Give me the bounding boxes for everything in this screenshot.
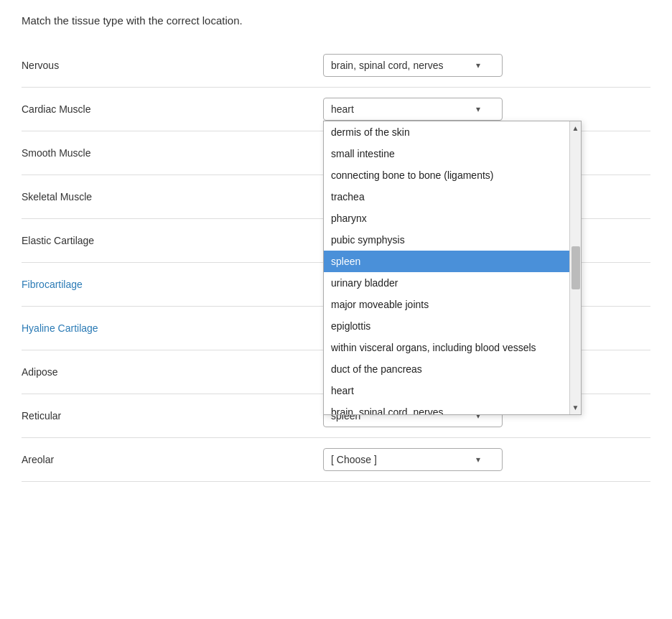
select-cardiac[interactable]: heart ▾ xyxy=(323,98,503,121)
label-skeletal: Skeletal Muscle xyxy=(22,191,323,203)
dropdown-item-dermis[interactable]: dermis of the skin xyxy=(324,121,569,143)
label-adipose: Adipose xyxy=(22,366,323,378)
dropdown-item-within-visceral[interactable]: within visceral organs, including blood … xyxy=(324,337,569,358)
select-areolar[interactable]: [ Choose ] ▾ xyxy=(323,448,503,471)
label-areolar: Areolar xyxy=(22,454,323,465)
label-elastic: Elastic Cartilage xyxy=(22,235,323,246)
chevron-nervous-icon: ▾ xyxy=(476,60,480,70)
label-cardiac: Cardiac Muscle xyxy=(22,98,323,115)
chevron-cardiac-icon: ▾ xyxy=(476,104,480,114)
select-wrapper-cardiac: heart ▾ dermis of the skinsmall intestin… xyxy=(323,98,503,121)
label-smooth: Smooth Muscle xyxy=(22,147,323,159)
dropdown-scroll[interactable]: dermis of the skinsmall intestineconnect… xyxy=(324,121,569,414)
scroll-down-icon[interactable]: ▼ xyxy=(571,402,581,413)
dropdown-item-ligaments[interactable]: connecting bone to bone (ligaments) xyxy=(324,164,569,186)
dropdown-item-pubic-symphysis[interactable]: pubic symphysis xyxy=(324,229,569,251)
scroll-up-icon[interactable]: ▲ xyxy=(571,123,581,134)
chevron-areolar-icon: ▾ xyxy=(476,455,480,465)
instruction-text: Match the tissue type with the correct l… xyxy=(22,14,650,27)
label-hyaline: Hyaline Cartilage xyxy=(22,322,323,334)
dropdown-cardiac: dermis of the skinsmall intestineconnect… xyxy=(323,121,582,415)
dropdown-item-duct-pancreas[interactable]: duct of the pancreas xyxy=(324,358,569,380)
row-nervous: Nervous brain, spinal cord, nerves ▾ xyxy=(22,44,650,88)
select-nervous[interactable]: brain, spinal cord, nerves ▾ xyxy=(323,54,503,77)
label-reticular: Reticular xyxy=(22,410,323,422)
scrollbar-track: ▲ ▼ xyxy=(569,121,581,414)
select-nervous-value: brain, spinal cord, nerves xyxy=(331,60,443,71)
dropdown-item-small-intestine[interactable]: small intestine xyxy=(324,143,569,164)
row-cardiac: Cardiac Muscle heart ▾ dermis of the ski… xyxy=(22,88,650,131)
dropdown-item-urinary-bladder[interactable]: urinary bladder xyxy=(324,272,569,294)
scrollbar-thumb[interactable] xyxy=(571,246,580,289)
label-fibro: Fibrocartilage xyxy=(22,279,323,290)
dropdown-item-spleen[interactable]: spleen xyxy=(324,251,569,272)
dropdown-item-brain-spinal[interactable]: brain, spinal cord, nerves xyxy=(324,401,569,414)
select-areolar-value: [ Choose ] xyxy=(331,454,377,465)
dropdown-item-pharynx[interactable]: pharynx xyxy=(324,208,569,229)
dropdown-item-heart[interactable]: heart xyxy=(324,380,569,401)
select-wrapper-areolar: [ Choose ] ▾ xyxy=(323,448,503,471)
select-wrapper-nervous: brain, spinal cord, nerves ▾ xyxy=(323,54,503,77)
row-areolar: Areolar [ Choose ] ▾ xyxy=(22,438,650,482)
label-nervous: Nervous xyxy=(22,60,323,71)
dropdown-item-epiglottis[interactable]: epiglottis xyxy=(324,315,569,337)
dropdown-item-major-moveable-joints[interactable]: major moveable joints xyxy=(324,294,569,315)
select-cardiac-value: heart xyxy=(331,103,354,115)
dropdown-item-trachea[interactable]: trachea xyxy=(324,186,569,208)
